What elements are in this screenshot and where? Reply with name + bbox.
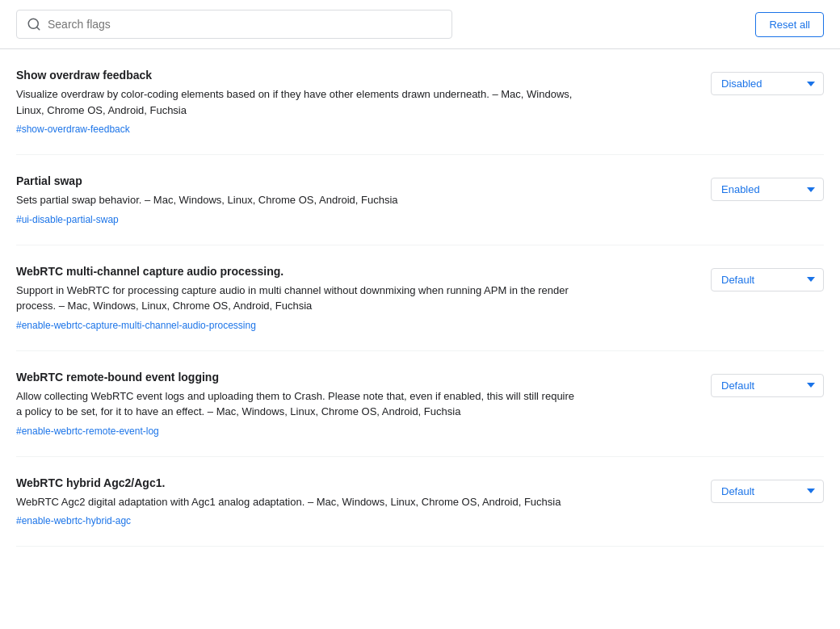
flag-control: DefaultEnabledDisabled [711,374,824,397]
flag-content: WebRTC hybrid Agc2/Agc1.WebRTC Agc2 digi… [16,476,582,527]
flag-title: WebRTC multi-channel capture audio proce… [16,265,582,278]
flag-content: Show overdraw feedbackVisualize overdraw… [16,69,582,135]
top-bar: Reset all [0,0,840,49]
flag-control: DefaultEnabledDisabled [711,480,824,503]
flag-title: WebRTC remote-bound event logging [16,371,582,384]
flag-item: WebRTC remote-bound event loggingAllow c… [16,351,824,457]
flag-select[interactable]: DefaultEnabledDisabled [711,268,824,291]
reset-all-button[interactable]: Reset all [755,12,824,37]
flag-link[interactable]: #enable-webrtc-hybrid-agc [16,515,131,526]
search-icon [27,17,41,31]
search-box [16,10,452,39]
flag-item: WebRTC hybrid Agc2/Agc1.WebRTC Agc2 digi… [16,457,824,547]
flag-description: Allow collecting WebRTC event logs and u… [16,388,582,420]
flag-item: WebRTC multi-channel capture audio proce… [16,245,824,351]
flag-description: Visualize overdraw by color-coding eleme… [16,86,582,118]
flag-description: Support in WebRTC for processing capture… [16,283,582,314]
flag-title: WebRTC hybrid Agc2/Agc1. [16,476,582,489]
flag-select[interactable]: DefaultEnabledDisabled [711,178,824,201]
flags-list: Show overdraw feedbackVisualize overdraw… [0,49,840,547]
flag-select[interactable]: DefaultEnabledDisabled [711,480,824,503]
flag-item: Show overdraw feedbackVisualize overdraw… [16,49,824,155]
flag-description: WebRTC Agc2 digital adaptation with Agc1… [16,494,582,510]
flag-item: Partial swapSets partial swap behavior. … [16,155,824,245]
flag-select[interactable]: DefaultEnabledDisabled [711,72,824,95]
flag-control: DefaultEnabledDisabled [711,178,824,201]
flag-link[interactable]: #show-overdraw-feedback [16,124,130,135]
flag-content: WebRTC multi-channel capture audio proce… [16,265,582,331]
flag-select[interactable]: DefaultEnabledDisabled [711,374,824,397]
search-input[interactable] [48,18,442,31]
flag-content: Partial swapSets partial swap behavior. … [16,174,582,225]
flag-content: WebRTC remote-bound event loggingAllow c… [16,371,582,437]
flag-description: Sets partial swap behavior. – Mac, Windo… [16,192,582,208]
flag-control: DefaultEnabledDisabled [711,268,824,291]
flag-control: DefaultEnabledDisabled [711,72,824,95]
flag-link[interactable]: #ui-disable-partial-swap [16,214,119,225]
svg-line-1 [36,27,39,29]
flag-title: Show overdraw feedback [16,69,582,82]
flag-link[interactable]: #enable-webrtc-capture-multi-channel-aud… [16,320,256,331]
flag-title: Partial swap [16,174,582,187]
flag-link[interactable]: #enable-webrtc-remote-event-log [16,426,159,437]
